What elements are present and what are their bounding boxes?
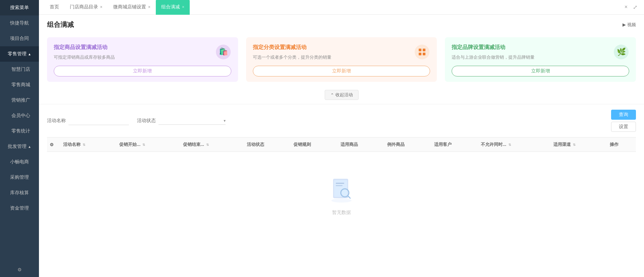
table-col-name[interactable]: 活动名称 ⇅ [60, 137, 117, 152]
sidebar-item-member-center[interactable]: 会员中心 [0, 108, 39, 123]
collapse-bar: ⌃ 收起活动 [39, 87, 644, 104]
sidebar-item-project-contract[interactable]: 项目合同 [0, 31, 39, 46]
table-col-channel[interactable]: 适用渠道 ⇅ [551, 137, 607, 152]
page-header: 组合满减 ▶ 视频 [39, 15, 644, 32]
table-section: ⚙ 活动名称 ⇅ 促销开始... ⇅ 促销结束... ⇅ [39, 137, 644, 152]
sidebar-item-label: 采购管理 [10, 174, 29, 180]
grid-icon [414, 44, 430, 63]
brand-card-add-button[interactable]: 立即新增 [452, 66, 629, 76]
table-col-customer: 适用客户 [431, 137, 478, 152]
svg-rect-3 [419, 49, 421, 51]
svg-rect-5 [419, 53, 421, 55]
svg-rect-4 [423, 49, 425, 51]
sort-icon: ⇅ [508, 143, 511, 147]
empty-illustration [325, 172, 358, 206]
table-col-name-label: 活动名称 [63, 142, 81, 147]
leaf-icon: 🌿 [613, 44, 629, 63]
chevron-up-icon: ▲ [28, 52, 31, 56]
table-col-rule: 促销规则 [291, 137, 337, 152]
sidebar-item-retail-management[interactable]: 零售管理 ▲ [0, 46, 39, 62]
sidebar-settings[interactable]: ⚙ [0, 262, 39, 277]
video-link[interactable]: ▶ 视频 [623, 22, 636, 28]
svg-text:🌿: 🌿 [617, 47, 626, 56]
tab-home[interactable]: 首页 [44, 0, 64, 15]
setting-button[interactable]: 设置 [611, 122, 636, 132]
empty-text: 暂无数据 [332, 210, 351, 216]
sidebar-item-retail-stats[interactable]: 零售统计 [0, 123, 39, 139]
sidebar-item-quick-nav[interactable]: 快捷导航 [0, 15, 39, 31]
filter-buttons: 查询 设置 [611, 110, 636, 132]
sidebar-item-ecommerce[interactable]: 小畅电商 [0, 154, 39, 170]
table-col-goods: 适用商品 [338, 137, 384, 152]
filter-name-label: 活动名称 [47, 118, 66, 124]
collapse-activities-button[interactable]: ⌃ 收起活动 [325, 90, 359, 100]
filter-status-label: 活动状态 [137, 118, 156, 124]
tab-wechat-store-close[interactable]: × [148, 5, 150, 9]
sidebar-item-marketing[interactable]: 营销推广 [0, 93, 39, 108]
table-col-except-label: 例外商品 [387, 142, 405, 147]
play-circle-icon: ▶ [623, 22, 626, 27]
svg-point-9 [331, 199, 352, 203]
filter-bar: 活动名称 活动状态 ▾ 查询 设置 [39, 104, 644, 137]
collapse-btn-label: 收起活动 [335, 92, 353, 98]
sidebar-item-label: 快捷导航 [10, 20, 29, 26]
table-col-rule-label: 促销规则 [293, 142, 311, 147]
tab-store-catalog-close[interactable]: × [100, 5, 102, 9]
tab-wechat-store[interactable]: 微商城店铺设置 × [108, 0, 156, 15]
table-col-status: 活动状态 [244, 137, 291, 152]
table-col-action-label: 操作 [610, 142, 618, 147]
page-content: 组合满减 ▶ 视频 指定商品设置满减活动 🛍️ 可指定滞销商品或库存较多商品 立… [39, 15, 644, 277]
sort-icon: ⇅ [573, 143, 576, 147]
sidebar-item-label: 智慧门店 [11, 66, 30, 72]
brand-card-desc: 适合与上游企业联合做营销，提升品牌销量 [452, 54, 629, 60]
filter-name-input[interactable] [68, 117, 129, 125]
category-card-add-button[interactable]: 立即新增 [253, 66, 430, 76]
svg-rect-13 [336, 185, 342, 186]
sidebar-item-label: 零售商城 [11, 82, 30, 88]
goods-card-add-button[interactable]: 立即新增 [54, 66, 231, 76]
table-col-end-label: 促销结束... [183, 142, 204, 147]
sidebar-item-wholesale[interactable]: 批发管理 ▲ [0, 139, 39, 154]
table-col-status-label: 活动状态 [247, 142, 264, 147]
sidebar-item-purchase[interactable]: 采购管理 [0, 170, 39, 185]
tab-home-label: 首页 [50, 4, 59, 10]
svg-point-15 [342, 190, 348, 196]
svg-line-16 [348, 196, 350, 198]
category-card-title: 指定分类设置满减活动 [253, 44, 430, 51]
page-title: 组合满减 [47, 20, 74, 29]
table-col-start[interactable]: 促销开始... ⇅ [117, 137, 180, 152]
tabs-right-controls: × ⤢ [623, 3, 639, 12]
sidebar-item-label: 小畅电商 [10, 159, 29, 165]
table-col-except: 例外商品 [384, 137, 431, 152]
sidebar-item-inventory[interactable]: 库存核算 [0, 185, 39, 201]
close-window-icon[interactable]: × [623, 3, 629, 12]
brand-card-title: 指定品牌设置满减活动 [452, 44, 629, 51]
table-col-gear[interactable]: ⚙ [47, 137, 60, 152]
sidebar-item-smart-store[interactable]: 智慧门店 [0, 62, 39, 77]
sidebar-item-label: 库存核算 [10, 190, 29, 196]
svg-rect-12 [336, 183, 344, 184]
tab-combo-discount[interactable]: 组合满减 × [156, 0, 190, 15]
query-button[interactable]: 查询 [611, 110, 636, 120]
sidebar-item-finance[interactable]: 资金管理 [0, 201, 39, 216]
goods-card-desc: 可指定滞销商品或库存较多商品 [54, 54, 231, 60]
goods-card-title: 指定商品设置满减活动 [54, 44, 231, 51]
sidebar-item-retail-mall[interactable]: 零售商城 [0, 77, 39, 93]
tab-store-catalog[interactable]: 门店商品目录 × [64, 0, 108, 15]
table-col-customer-label: 适用客户 [434, 142, 452, 147]
chevron-down-icon: ▲ [28, 145, 31, 149]
table-col-nostack[interactable]: 不允许同时... ⇅ [478, 137, 551, 152]
tab-combo-discount-close[interactable]: × [182, 5, 184, 9]
gear-icon: ⚙ [50, 142, 54, 147]
cards-section: 指定商品设置满减活动 🛍️ 可指定滞销商品或库存较多商品 立即新增 指定分类设置… [39, 32, 644, 87]
tab-store-catalog-label: 门店商品目录 [70, 4, 98, 10]
sidebar-search[interactable]: 搜索菜单 [0, 0, 39, 15]
table-col-goods-label: 适用商品 [340, 142, 358, 147]
expand-window-icon[interactable]: ⤢ [632, 3, 639, 12]
sort-icon: ⇅ [83, 143, 85, 147]
table-col-action: 操作 [607, 137, 636, 152]
table-col-start-label: 促销开始... [119, 142, 140, 147]
table-col-end[interactable]: 促销结束... ⇅ [180, 137, 244, 152]
filter-status-select[interactable]: ▾ [158, 117, 226, 125]
filter-name-item: 活动名称 [47, 117, 129, 125]
